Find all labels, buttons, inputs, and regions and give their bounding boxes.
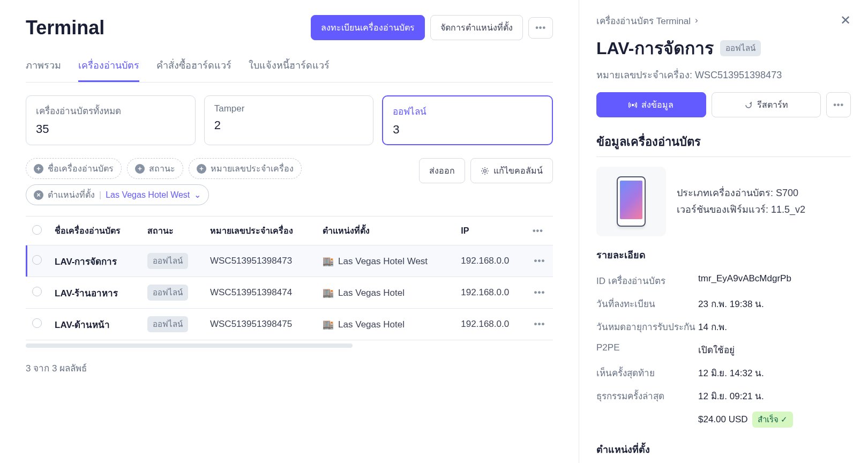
- ellipsis-icon: •••: [833, 100, 844, 110]
- serial-line: หมายเลขประจำเครื่อง: WSC513951398473: [596, 67, 851, 83]
- row-name: LAV-ด้านหน้า: [55, 320, 110, 330]
- tab-hardware-orders[interactable]: คำสั่งซื้อฮาร์ดแวร์: [156, 57, 231, 82]
- svg-point-0: [484, 169, 487, 172]
- row-serial: WSC513951398475: [204, 309, 316, 340]
- manage-locations-button[interactable]: จัดการตำแหน่งที่ตั้ง: [430, 15, 523, 40]
- row-actions-icon[interactable]: •••: [534, 319, 545, 329]
- select-all-checkbox[interactable]: [32, 225, 42, 235]
- row-location: 🏬Las Vegas Hotel West: [316, 245, 454, 277]
- row-serial: WSC513951398473: [204, 245, 316, 277]
- row-checkbox[interactable]: [32, 255, 42, 265]
- stat-value: 2: [214, 118, 364, 132]
- detail-title: LAV-การจัดการ: [596, 34, 714, 62]
- row-checkbox[interactable]: [32, 318, 42, 328]
- serial-label: หมายเลขประจำเครื่อง:: [596, 70, 692, 80]
- tab-overview[interactable]: ภาพรวม: [26, 57, 61, 82]
- chip-label: ชื่อเครื่องอ่านบัตร: [48, 162, 114, 175]
- close-icon[interactable]: ✕: [840, 13, 851, 28]
- export-button[interactable]: ส่งออก: [419, 158, 465, 183]
- kv-row-last-tx: ธุรกรรมครั้งล่าสุด12 มิ.ย. 09:21 น.: [596, 384, 851, 407]
- broadcast-icon: [628, 101, 637, 109]
- chip-label: สถานะ: [149, 162, 175, 175]
- th-status[interactable]: สถานะ: [141, 216, 204, 245]
- firmware-value: 11.5_v2: [771, 204, 805, 215]
- breadcrumb[interactable]: เครื่องอ่านบัตร Terminal ›: [596, 13, 698, 28]
- more-actions-button[interactable]: •••: [528, 17, 553, 39]
- kv-val: เปิดใช้อยู่: [698, 342, 851, 357]
- row-ip: 192.168.0.0: [454, 245, 526, 277]
- row-serial: WSC513951398474: [204, 277, 316, 309]
- row-ip: 192.168.0.0: [454, 309, 526, 340]
- horizontal-scrollbar[interactable]: [26, 343, 353, 348]
- kv-val: 14 ก.พ.: [698, 319, 851, 334]
- kv-val: $24.00 USDสำเร็จ ✓: [698, 412, 851, 428]
- chip-label: ตำแหน่งที่ตั้ง: [48, 188, 95, 201]
- stat-card-all[interactable]: เครื่องอ่านบัตรทั้งหมด 35: [26, 95, 196, 145]
- detail-more-button[interactable]: •••: [826, 92, 851, 117]
- store-icon: 🏬: [323, 256, 334, 267]
- row-checkbox[interactable]: [32, 287, 42, 296]
- table-row[interactable]: LAV-ด้านหน้าออฟไลน์WSC513951398475🏬Las V…: [26, 309, 553, 340]
- row-location: 🏬Las Vegas Hotel: [316, 277, 454, 309]
- send-data-button[interactable]: ส่งข้อมูล: [596, 92, 706, 117]
- tx-status-badge: สำเร็จ ✓: [752, 412, 793, 428]
- filter-chip-status[interactable]: +สถานะ: [127, 158, 183, 179]
- location-heading: ตำแหน่งที่ตั้ง: [596, 442, 851, 457]
- toolbar: +ชื่อเครื่องอ่านบัตร +สถานะ +หมายเลขประจ…: [26, 158, 553, 205]
- plus-icon: +: [197, 164, 206, 174]
- filter-chip-location[interactable]: × ตำแหน่งที่ตั้ง | Las Vegas Hotel West …: [26, 184, 209, 205]
- row-name: LAV-การจัดการ: [55, 257, 117, 267]
- register-reader-button[interactable]: ลงทะเบียนเครื่องอ่านบัตร: [311, 15, 425, 40]
- filter-chip-serial[interactable]: +หมายเลขประจำเครื่อง: [189, 158, 302, 179]
- detail-title-row: LAV-การจัดการ ออฟไลน์: [596, 34, 851, 62]
- page-header: Terminal ลงทะเบียนเครื่องอ่านบัตร จัดการ…: [26, 15, 553, 40]
- stat-cards: เครื่องอ่านบัตรทั้งหมด 35 Tamper 2 ออฟไล…: [26, 95, 553, 145]
- kv-key: ID เครื่องอ่านบัตร: [596, 273, 698, 288]
- tx-amount: $24.00 USD: [698, 414, 748, 424]
- main-panel: Terminal ลงทะเบียนเครื่องอ่านบัตร จัดการ…: [0, 0, 579, 463]
- th-serial[interactable]: หมายเลขประจำเครื่อง: [204, 216, 316, 245]
- th-location[interactable]: ตำแหน่งที่ตั้ง: [316, 216, 454, 245]
- detail-panel: เครื่องอ่านบัตร Terminal › ✕ LAV-การจัดก…: [579, 0, 868, 463]
- kv-key: เห็นครั้งสุดท้าย: [596, 365, 698, 380]
- tab-readers[interactable]: เครื่องอ่านบัตร: [78, 57, 139, 82]
- table-row[interactable]: LAV-การจัดการออฟไลน์WSC513951398473🏬Las …: [26, 245, 553, 277]
- tab-hardware-invoices[interactable]: ใบแจ้งหนี้ฮาร์ดแวร์: [249, 57, 330, 82]
- row-actions-icon[interactable]: •••: [534, 256, 545, 266]
- kv-row-warranty: วันหมดอายุการรับประกัน14 ก.พ.: [596, 315, 851, 338]
- details-heading: รายละเอียด: [596, 247, 851, 263]
- stat-label: Tamper: [214, 103, 364, 114]
- kv-key: ธุรกรรมครั้งล่าสุด: [596, 389, 698, 403]
- th-ip[interactable]: IP: [454, 216, 526, 245]
- device-type-value: S700: [776, 188, 798, 198]
- status-badge: ออฟไลน์: [720, 40, 761, 56]
- th-name[interactable]: ชื่อเครื่องอ่านบัตร: [48, 216, 141, 245]
- stat-label: เครื่องอ่านบัตรทั้งหมด: [36, 103, 185, 118]
- kv-key: P2PE: [596, 342, 698, 357]
- section-reader-info: ข้อมูลเครื่องอ่านบัตร: [596, 132, 851, 157]
- gear-icon: [481, 167, 489, 175]
- svg-point-1: [632, 104, 634, 106]
- filter-chip-reader-name[interactable]: +ชื่อเครื่องอ่านบัตร: [26, 158, 122, 179]
- kv-val: tmr_EyA9vABcMdgrPb: [698, 273, 851, 288]
- kv-val: 12 มิ.ย. 14:32 น.: [698, 365, 851, 380]
- restart-label: รีสตาร์ท: [757, 98, 788, 111]
- row-name: LAV-ร้านอาหาร: [55, 288, 118, 298]
- kv-key: วันที่ลงทะเบียน: [596, 296, 698, 311]
- kv-row-p2pe: P2PEเปิดใช้อยู่: [596, 338, 851, 361]
- row-location: 🏬Las Vegas Hotel: [316, 309, 454, 340]
- stat-card-tamper[interactable]: Tamper 2: [204, 95, 374, 145]
- restart-button[interactable]: รีสตาร์ท: [712, 92, 821, 117]
- stat-card-offline[interactable]: ออฟไลน์ 3: [382, 95, 553, 145]
- serial-value: WSC513951398473: [695, 70, 782, 80]
- edit-columns-button[interactable]: แก้ไขคอลัมน์: [470, 158, 553, 183]
- plus-icon: +: [34, 164, 43, 174]
- restart-icon: [744, 101, 753, 109]
- device-row: ประเภทเครื่องอ่านบัตร: S700 เวอร์ชันของเ…: [596, 167, 851, 236]
- column-options-icon[interactable]: •••: [533, 226, 543, 235]
- table-row[interactable]: LAV-ร้านอาหารออฟไลน์WSC513951398474🏬Las …: [26, 277, 553, 309]
- row-actions-icon[interactable]: •••: [534, 287, 545, 297]
- firmware-label: เวอร์ชันของเฟิร์มแวร์:: [677, 204, 768, 215]
- breadcrumb-label: เครื่องอ่านบัตร Terminal: [596, 13, 691, 28]
- device-info: ประเภทเครื่องอ่านบัตร: S700 เวอร์ชันของเ…: [677, 185, 805, 218]
